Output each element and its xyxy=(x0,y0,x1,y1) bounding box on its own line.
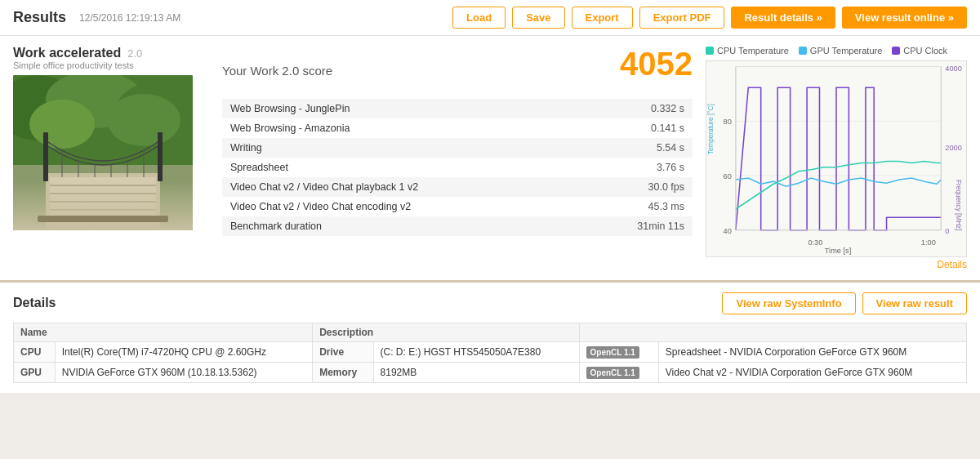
opencl-1-value: Spreadsheet - NVIDIA Corporation GeForce… xyxy=(658,341,966,362)
svg-text:60: 60 xyxy=(724,172,732,180)
legend-color xyxy=(892,47,900,55)
svg-point-5 xyxy=(107,94,180,146)
chart-legend: CPU TemperatureGPU TemperatureCPU Clock xyxy=(706,46,967,56)
view-online-button[interactable]: View result online » xyxy=(842,7,967,29)
drive-value: (C: D: E:) HGST HTS545050A7E380 xyxy=(373,341,579,362)
svg-text:1:00: 1:00 xyxy=(921,238,936,247)
opencl-1-badge-cell: OpenCL 1.1 xyxy=(579,341,658,362)
legend-color xyxy=(799,47,807,55)
svg-text:Frequency [MHz]: Frequency [MHz] xyxy=(955,180,962,230)
svg-rect-22 xyxy=(736,67,941,230)
svg-text:4000: 4000 xyxy=(945,65,962,73)
export-pdf-button[interactable]: Export PDF xyxy=(639,7,725,29)
view-systeminfo-button[interactable]: View raw SystemInfo xyxy=(722,292,855,314)
benchmark-row: Web Browsing - JunglePin0.332 s xyxy=(222,99,693,118)
details-title: Details xyxy=(13,296,56,310)
svg-text:40: 40 xyxy=(724,227,732,235)
bridge-image xyxy=(13,75,193,230)
legend-label: GPU Temperature xyxy=(810,46,882,56)
results-title: Results xyxy=(13,9,66,26)
svg-text:2000: 2000 xyxy=(945,144,962,152)
empty-header xyxy=(579,323,966,341)
opencl-2-value: Video Chat v2 - NVIDIA Corporation GeFor… xyxy=(658,362,966,382)
svg-text:80: 80 xyxy=(724,118,732,126)
legend-item: GPU Temperature xyxy=(799,46,882,56)
chart-svg: 80 60 40 4000 2000 0 0:30 1:00 Time [s] … xyxy=(706,61,966,256)
svg-text:0:30: 0:30 xyxy=(808,238,822,247)
gpu-row: GPU NVIDIA GeForce GTX 960M (10.18.13.53… xyxy=(14,362,967,382)
legend-item: CPU Temperature xyxy=(706,46,789,56)
memory-value: 8192MB xyxy=(373,362,579,382)
benchmark-row: Spreadsheet3.76 s xyxy=(222,158,693,177)
cpu-label: CPU xyxy=(14,341,56,362)
right-panel: CPU TemperatureGPU TemperatureCPU Clock … xyxy=(706,46,967,270)
svg-rect-20 xyxy=(43,132,48,181)
opencl-2-badge: OpenCL 1.1 xyxy=(586,367,639,379)
svg-text:Time [s]: Time [s] xyxy=(825,247,851,255)
memory-label: Memory xyxy=(313,362,373,382)
work-version: 2.0 xyxy=(127,47,142,60)
result-details-button[interactable]: Result details » xyxy=(731,7,835,29)
gpu-label: GPU xyxy=(14,362,56,382)
work-title: Work accelerated 2.0 xyxy=(13,46,209,60)
svg-rect-8 xyxy=(50,177,156,226)
top-area: Work accelerated 2.0 Simple office produ… xyxy=(0,36,980,283)
save-button[interactable]: Save xyxy=(512,7,564,29)
svg-text:Temperature [°C]: Temperature [°C] xyxy=(707,104,715,154)
opencl-2-badge-cell: OpenCL 1.1 xyxy=(579,362,658,382)
results-date: 12/5/2016 12:19:13 AM xyxy=(79,12,446,24)
benchmark-row: Video Chat v2 / Video Chat playback 1 v2… xyxy=(222,177,693,197)
benchmark-row: Video Chat v2 / Video Chat encoding v245… xyxy=(222,197,693,216)
chart-details-link[interactable]: Details xyxy=(706,259,967,270)
benchmark-row: Writing5.54 s xyxy=(222,138,693,158)
details-header: Details View raw SystemInfo View raw res… xyxy=(13,292,967,314)
svg-rect-21 xyxy=(158,132,163,181)
view-result-button[interactable]: View raw result xyxy=(862,292,967,314)
svg-text:0: 0 xyxy=(945,227,949,235)
mid-panel: Your Work 2.0 score 4052 Web Browsing - … xyxy=(222,46,693,270)
cpu-row: CPU Intel(R) Core(TM) i7-4720HQ CPU @ 2.… xyxy=(14,341,967,362)
cpu-value: Intel(R) Core(TM) i7-4720HQ CPU @ 2.60GH… xyxy=(55,341,312,362)
details-section: Details View raw SystemInfo View raw res… xyxy=(0,283,980,393)
opencl-1-badge: OpenCL 1.1 xyxy=(586,346,639,359)
results-header: Results 12/5/2016 12:19:13 AM Load Save … xyxy=(0,0,980,36)
svg-rect-7 xyxy=(46,173,160,230)
chart-area: 80 60 40 4000 2000 0 0:30 1:00 Time [s] … xyxy=(706,60,967,257)
description-header: Description xyxy=(313,323,579,341)
export-button[interactable]: Export xyxy=(572,7,633,29)
score-bar: Your Work 2.0 score 4052 xyxy=(222,46,693,89)
load-button[interactable]: Load xyxy=(452,7,506,29)
name-header: Name xyxy=(14,323,313,341)
legend-label: CPU Clock xyxy=(903,46,947,56)
gpu-value: NVIDIA GeForce GTX 960M (10.18.13.5362) xyxy=(55,362,312,382)
work-subtitle: Simple office productivity tests xyxy=(13,60,209,70)
details-buttons: View raw SystemInfo View raw result xyxy=(722,292,967,314)
score-value: 4052 xyxy=(620,46,693,82)
svg-point-4 xyxy=(29,100,95,149)
benchmark-row: Web Browsing - Amazonia0.141 s xyxy=(222,118,693,138)
left-panel: Work accelerated 2.0 Simple office produ… xyxy=(13,46,209,270)
benchmark-table: Web Browsing - JunglePin0.332 sWeb Brows… xyxy=(222,99,693,236)
details-table: Name Description CPU Intel(R) Core(TM) i… xyxy=(13,323,967,383)
drive-label: Drive xyxy=(313,341,373,362)
score-label: Your Work 2.0 score xyxy=(222,64,332,78)
legend-label: CPU Temperature xyxy=(717,46,789,56)
legend-color xyxy=(706,47,714,55)
benchmark-row: Benchmark duration31min 11s xyxy=(222,216,693,236)
legend-item: CPU Clock xyxy=(892,46,947,56)
